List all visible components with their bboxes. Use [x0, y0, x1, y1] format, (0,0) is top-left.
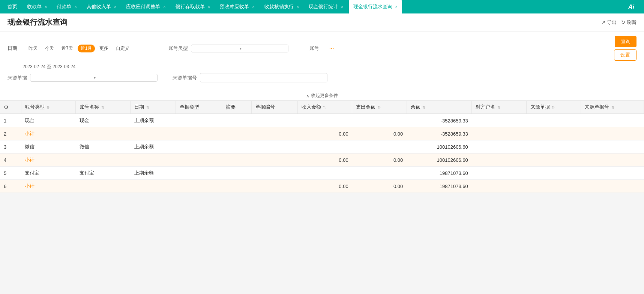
col-income[interactable]: 收入金额 ⇅ [297, 101, 352, 114]
cell-account-type: 微信 [21, 140, 76, 154]
col-income-label: 收入金额 [302, 104, 321, 110]
nav-tab-cash-bank-flow-close[interactable]: × [395, 4, 398, 9]
date-opt-1month[interactable]: 近1月 [78, 45, 95, 52]
account-type-label: 账号类型 [168, 45, 188, 52]
table-container: ⚙ 账号类型 ⇅ 账号名称 ⇅ 日期 ⇅ 单据类型 摘要 [0, 101, 644, 193]
account-type-filter-group: 账号类型 ▾ [168, 45, 288, 52]
ai-badge[interactable]: Ai [624, 3, 638, 11]
cell-summary [222, 154, 251, 167]
col-account-name[interactable]: 账号名称 ⇅ [76, 101, 131, 114]
col-balance[interactable]: 余额 ⇅ [407, 101, 471, 114]
table-header-row: ⚙ 账号类型 ⇅ 账号名称 ⇅ 日期 ⇅ 单据类型 摘要 [0, 101, 644, 114]
table-row[interactable]: 1现金现金上期余额-3528659.33 [0, 114, 644, 127]
nav-tab-ar-ap-adjust[interactable]: 应收应付调整单 × [122, 0, 170, 13]
col-doc-type[interactable]: 单据类型 [176, 101, 222, 114]
cell-source-doc-no [581, 127, 644, 140]
nav-tab-advance-offset[interactable]: 预收冲应收单 × [215, 0, 259, 13]
cell-doc-type [176, 127, 222, 140]
cell-counterparty [472, 167, 527, 180]
gear-icon[interactable]: ⚙ [4, 104, 9, 110]
row-no: 1 [0, 114, 21, 127]
col-account-type[interactable]: 账号类型 ⇅ [21, 101, 76, 114]
col-balance-label: 余额 [411, 104, 420, 110]
cell-summary [222, 180, 251, 193]
cell-expense: 0.00 [352, 180, 407, 193]
cell-counterparty [472, 154, 527, 167]
nav-tab-receipts[interactable]: 收款单 × [23, 0, 51, 13]
nav-tab-bank-deposit[interactable]: 银行存取款单 × [171, 0, 215, 13]
cell-expense [352, 167, 407, 180]
col-source-doc[interactable]: 来源单据 ⇅ [526, 101, 581, 114]
date-opt-7days[interactable]: 近7天 [59, 45, 76, 52]
nav-tab-cash-bank-flow[interactable]: 现金银行流水查询 × [349, 0, 402, 13]
table-row[interactable]: 3微信微信上期余额100102606.60 [0, 140, 644, 154]
source-doc-select[interactable]: ▾ [30, 74, 158, 82]
table-row[interactable]: 4小计0.000.00100102606.60 [0, 154, 644, 167]
cell-date [131, 154, 176, 167]
cell-source-doc [526, 167, 581, 180]
nav-tab-cash-bank-stats[interactable]: 现金银行统计 × [304, 0, 348, 13]
nav-tab-cash-bank-stats-close[interactable]: × [341, 4, 343, 9]
cell-source-doc-no [581, 154, 644, 167]
filter-area: 日期 昨天 今天 近7天 近1月 更多 自定义 账号类型 ▾ 账号 ··· [0, 31, 644, 90]
cell-source-doc-no [581, 167, 644, 180]
table-row[interactable]: 5支付宝支付宝上期余额19871073.60 [0, 167, 644, 180]
sort-income-icon: ⇅ [323, 105, 326, 109]
date-opt-today[interactable]: 今天 [42, 45, 57, 52]
source-doc-filter-group: 来源单据 ▾ [8, 74, 158, 82]
account-filter-group: 账号 ··· [309, 45, 334, 52]
col-counterparty[interactable]: 对方户名 ⇅ [472, 101, 527, 114]
col-summary[interactable]: 摘要 [222, 101, 251, 114]
col-source-doc-no[interactable]: 来源单据号 ⇅ [581, 101, 644, 114]
nav-tab-bank-deposit-close[interactable]: × [208, 4, 210, 9]
sort-balance-icon: ⇅ [422, 105, 425, 109]
sort-expense-icon: ⇅ [378, 105, 381, 109]
cell-doc-no [251, 140, 297, 154]
nav-tab-home[interactable]: 首页 [3, 0, 22, 13]
date-opt-more[interactable]: 更多 [96, 45, 111, 52]
cell-summary [222, 127, 251, 140]
col-counterparty-label: 对方户名 [476, 104, 495, 110]
cell-account-type: 小计 [21, 180, 76, 193]
account-dots-button[interactable]: ··· [329, 45, 334, 52]
nav-tab-other-income-close[interactable]: × [114, 4, 116, 9]
cell-doc-type [176, 180, 222, 193]
nav-tab-other-income[interactable]: 其他收入单 × [82, 0, 121, 13]
account-type-select[interactable]: ▾ [191, 45, 288, 52]
nav-tab-payments[interactable]: 付款单 × [52, 0, 81, 13]
col-date[interactable]: 日期 ⇅ [131, 101, 176, 114]
header-actions: ↗ 导出 ↻ 刷新 Ai [601, 19, 636, 26]
table-row[interactable]: 6小计0.000.0019871073.60 [0, 180, 644, 193]
cell-doc-type [176, 154, 222, 167]
col-summary-label: 摘要 [226, 104, 236, 110]
settings-button[interactable]: 设置 [614, 49, 636, 61]
nav-tab-collection-exec-close[interactable]: × [297, 4, 299, 9]
date-opt-custom[interactable]: 自定义 [113, 45, 132, 52]
nav-tab-home-label: 首页 [8, 3, 17, 10]
nav-tab-ar-ap-adjust-close[interactable]: × [163, 4, 165, 9]
query-button[interactable]: 查询 [615, 36, 636, 47]
nav-tab-payments-close[interactable]: × [74, 4, 77, 9]
nav-tab-receipts-close[interactable]: × [45, 4, 47, 9]
export-icon: ↗ [601, 19, 605, 25]
export-button[interactable]: ↗ 导出 [601, 19, 617, 26]
cell-account-type: 支付宝 [21, 167, 76, 180]
date-label: 日期 [8, 45, 23, 52]
table-row[interactable]: 2小计0.000.00-3528659.33 [0, 127, 644, 140]
nav-tab-collection-exec[interactable]: 收款核销执行 × [260, 0, 303, 13]
refresh-button[interactable]: ↻ 刷新 [621, 19, 636, 26]
cell-balance: 100102606.60 [407, 154, 471, 167]
source-doc-no-input[interactable] [200, 73, 327, 82]
col-expense[interactable]: 支出金额 ⇅ [352, 101, 407, 114]
cell-balance: 19871073.60 [407, 167, 471, 180]
date-opt-yesterday[interactable]: 昨天 [26, 45, 41, 52]
collapse-bar[interactable]: ∧ 收起更多条件 [0, 90, 644, 101]
col-doc-no[interactable]: 单据编号 [251, 101, 297, 114]
refresh-icon: ↻ [621, 19, 625, 25]
nav-tab-advance-offset-close[interactable]: × [252, 4, 254, 9]
col-gear[interactable]: ⚙ [0, 101, 21, 114]
cell-balance: -3528659.33 [407, 127, 471, 140]
nav-tab-receipts-label: 收款单 [27, 3, 42, 10]
sort-counterparty-icon: ⇅ [497, 105, 500, 109]
cell-doc-no [251, 180, 297, 193]
